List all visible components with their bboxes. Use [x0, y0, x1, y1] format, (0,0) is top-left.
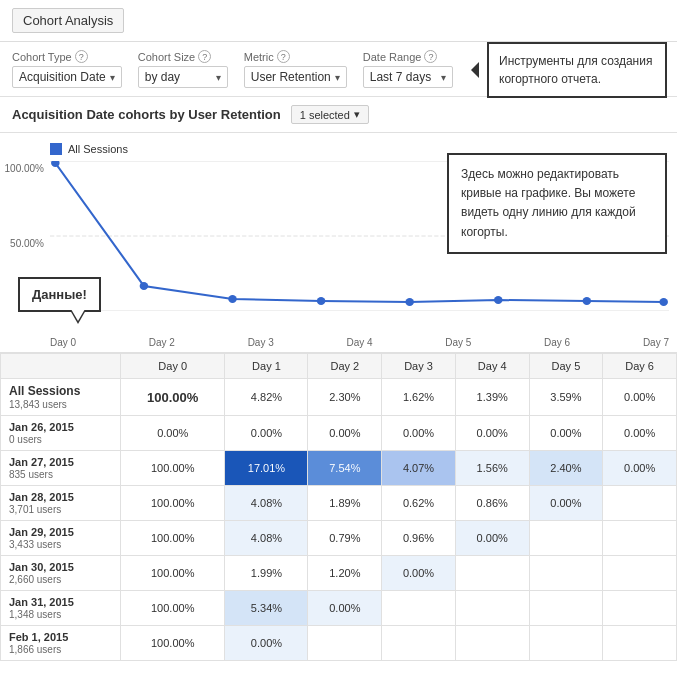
table-cell [603, 556, 677, 591]
metric-arrow-icon: ▾ [335, 72, 340, 83]
date-range-help-icon[interactable]: ? [424, 50, 437, 63]
table-cell: 0.96% [382, 521, 456, 556]
svg-point-5 [228, 295, 237, 303]
row-label: Feb 1, 20151,866 users [1, 626, 121, 661]
table-cell [308, 626, 382, 661]
col-header-day3: Day 3 [382, 354, 456, 379]
x-axis-labels: Day 0 Day 2 Day 3 Day 4 Day 5 Day 6 Day … [50, 337, 669, 348]
table-cell: 0.00% [308, 591, 382, 626]
table-header-row: Day 0 Day 1 Day 2 Day 3 Day 4 Day 5 Day … [1, 354, 677, 379]
cohort-size-select[interactable]: by day ▾ [138, 66, 228, 88]
metric-help-icon[interactable]: ? [277, 50, 290, 63]
metric-label: Metric ? [244, 50, 347, 63]
callout-arrow-inner-icon [71, 309, 85, 321]
table-cell: 0.00% [455, 521, 529, 556]
svg-point-8 [494, 296, 503, 304]
table-cell: 0.62% [382, 486, 456, 521]
table-cell [603, 486, 677, 521]
svg-point-6 [317, 297, 326, 305]
table-cell: 0.00% [529, 416, 603, 451]
legend-color-icon [50, 143, 62, 155]
table-cell: 0.00% [603, 416, 677, 451]
table-row: Jan 31, 20151,348 users100.00%5.34%0.00% [1, 591, 677, 626]
col-header-day1: Day 1 [225, 354, 308, 379]
svg-point-4 [140, 282, 149, 290]
table-cell: 1.89% [308, 486, 382, 521]
table-row: Jan 26, 20150 users0.00%0.00%0.00%0.00%0… [1, 416, 677, 451]
row-label: Jan 26, 20150 users [1, 416, 121, 451]
table-cell: 0.00% [121, 416, 225, 451]
table-cell: 7.54% [308, 451, 382, 486]
table-cell [529, 591, 603, 626]
table-cell: 4.08% [225, 486, 308, 521]
svg-point-9 [583, 297, 592, 305]
col-header-day5: Day 5 [529, 354, 603, 379]
table-cell [603, 591, 677, 626]
row-label: Jan 30, 20152,660 users [1, 556, 121, 591]
chart-tooltip: Здесь можно редактировать кривые на граф… [447, 153, 667, 254]
row-label: Jan 27, 2015835 users [1, 451, 121, 486]
table-cell: 1.39% [455, 379, 529, 416]
col-header-label [1, 354, 121, 379]
table-row: All Sessions13,843 users100.00%4.82%2.30… [1, 379, 677, 416]
table-cell [603, 626, 677, 661]
table-cell [603, 521, 677, 556]
table-cell: 0.00% [382, 416, 456, 451]
table-cell [529, 626, 603, 661]
table-cell: 0.00% [603, 451, 677, 486]
cohort-type-control: Cohort Type ? Acquisition Date ▾ [12, 50, 122, 88]
cohort-analysis-button[interactable]: Cohort Analysis [12, 8, 124, 33]
table-cell [382, 591, 456, 626]
table-cell: 100.00% [121, 486, 225, 521]
col-header-day4: Day 4 [455, 354, 529, 379]
data-table-container: Day 0 Day 1 Day 2 Day 3 Day 4 Day 5 Day … [0, 353, 677, 661]
cohort-size-control: Cohort Size ? by day ▾ [138, 50, 228, 88]
table-cell: 0.00% [225, 416, 308, 451]
cohort-type-select[interactable]: Acquisition Date ▾ [12, 66, 122, 88]
col-header-day2: Day 2 [308, 354, 382, 379]
table-cell: 100.00% [121, 556, 225, 591]
table-cell: 17.01% [225, 451, 308, 486]
table-cell [455, 556, 529, 591]
metric-control: Metric ? User Retention ▾ [244, 50, 347, 88]
controls-row: Cohort Type ? Acquisition Date ▾ Cohort … [0, 42, 677, 97]
selected-arrow-icon: ▾ [354, 108, 360, 121]
table-cell: 0.79% [308, 521, 382, 556]
table-cell: 100.00% [121, 591, 225, 626]
row-label: Jan 29, 20153,433 users [1, 521, 121, 556]
table-cell: 0.00% [308, 416, 382, 451]
tooltip-arrow-icon [471, 62, 479, 78]
date-range-arrow-icon: ▾ [441, 72, 446, 83]
table-cell: 1.99% [225, 556, 308, 591]
date-range-select[interactable]: Last 7 days ▾ [363, 66, 453, 88]
table-cell: 4.08% [225, 521, 308, 556]
table-cell [529, 556, 603, 591]
table-cell: 5.34% [225, 591, 308, 626]
col-header-day0: Day 0 [121, 354, 225, 379]
table-row: Feb 1, 20151,866 users100.00%0.00% [1, 626, 677, 661]
table-cell: 0.86% [455, 486, 529, 521]
row-label: Jan 31, 20151,348 users [1, 591, 121, 626]
table-cell: 0.00% [529, 486, 603, 521]
cohort-size-help-icon[interactable]: ? [198, 50, 211, 63]
table-cell: 4.07% [382, 451, 456, 486]
table-cell: 0.00% [382, 556, 456, 591]
callout-box: Данные! [18, 277, 101, 312]
table-cell: 1.62% [382, 379, 456, 416]
table-cell: 3.59% [529, 379, 603, 416]
chart-header: Acquisition Date cohorts by User Retenti… [0, 97, 677, 133]
table-cell: 100.00% [121, 521, 225, 556]
table-cell: 1.56% [455, 451, 529, 486]
cohort-size-arrow-icon: ▾ [216, 72, 221, 83]
table-cell [529, 521, 603, 556]
data-table: Day 0 Day 1 Day 2 Day 3 Day 4 Day 5 Day … [0, 353, 677, 661]
svg-point-10 [659, 298, 668, 306]
table-cell [455, 591, 529, 626]
row-label: All Sessions13,843 users [1, 379, 121, 416]
cohort-type-help-icon[interactable]: ? [75, 50, 88, 63]
selected-badge[interactable]: 1 selected ▾ [291, 105, 369, 124]
date-range-label: Date Range ? [363, 50, 453, 63]
row-label: Jan 28, 20153,701 users [1, 486, 121, 521]
table-cell: 2.30% [308, 379, 382, 416]
metric-select[interactable]: User Retention ▾ [244, 66, 347, 88]
